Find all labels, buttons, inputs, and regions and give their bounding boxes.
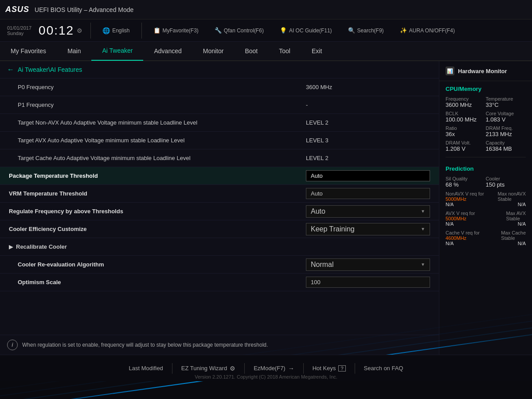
ai-oc-label: AI OC Guide(F11) [289,27,332,34]
setting-row-reg-freq[interactable]: Regulate Frequency by above Thresholds A… [0,203,439,220]
myfavorite-button[interactable]: 📋 MyFavorite(F3) [149,25,203,35]
bclk-cell: BCLK 100.00 MHz [446,110,486,124]
nav-item-monitor[interactable]: Monitor [192,41,235,61]
max-cache-label: Max Cache [501,230,526,235]
setting-row-recalibrate[interactable]: ▶ Recalibrate Cooler [0,238,439,256]
cache-values-row: N/A N/A [439,241,532,248]
nav-label-boot: Boot [245,47,258,55]
dram-volt-value: 1.208 V [446,145,486,152]
ratio-value: 36x [446,131,486,137]
nav-item-exit[interactable]: Exit [301,41,332,61]
avx-label: Target AVX Auto Adaptive Voltage minimum… [18,137,306,144]
non-avx-value: LEVEL 2 [306,119,430,126]
ez-mode-icon: → [288,365,294,372]
cooler-reeval-dropdown[interactable]: Normal ▼ [306,258,430,271]
back-arrow-icon[interactable]: ← [7,66,14,74]
cpu-memory-title: CPU/Memory [439,81,532,95]
search-faq-label: Search on FAQ [364,365,403,372]
max-non-avx-cell: Max nonAVX Stable [498,191,526,202]
ez-tuning-label: EZ Tuning Wizard [181,365,227,372]
setting-row-p1-freq[interactable]: P1 Frequency - [0,96,439,114]
nav-item-aitweaker[interactable]: Ai Tweaker [91,41,143,61]
p1-freq-value: - [306,102,430,108]
vrm-temp-value[interactable]: Auto [306,188,430,199]
setting-row-vrm-temp[interactable]: VRM Temperature Threshold Auto [0,185,439,203]
optimism-value[interactable]: 100 [306,277,430,288]
vrm-temp-label: VRM Temperature Threshold [9,190,306,197]
setting-row-p0-freq[interactable]: P0 Frequency 3600 MHz [0,78,439,96]
footer: Last Modified EZ Tuning Wizard ⚙ EzMode(… [0,355,532,381]
max-non-avx-label: Max nonAVX [498,191,526,196]
cooler-pts-cell: Cooler 150 pts [486,175,526,189]
cache-req-label: Cache V req for [446,230,480,235]
qfan-label: Qfan Control(F6) [224,27,264,34]
frequency-label: Frequency [446,96,486,102]
time-value: 00:12 [39,23,74,38]
dram-volt-cell: DRAM Volt. 1.208 V [446,139,486,153]
nav-item-advanced[interactable]: Advanced [143,41,192,61]
nav-item-tool[interactable]: Tool [268,41,301,61]
nav-label-exit: Exit [312,47,322,55]
non-avx-row: NonAVX V req for 5000MHz Max nonAVX Stab… [439,189,532,202]
max-cache-value: N/A [518,241,526,246]
language-button[interactable]: 🌐 English [98,25,134,36]
fan-icon: 🔧 [215,27,222,34]
myfavorite-label: MyFavorite(F3) [163,27,199,34]
date-display: 01/01/2017 [7,25,31,31]
setting-row-cache[interactable]: Target Cache Auto Adaptive Voltage minim… [0,149,439,167]
ratio-cell: Ratio 36x [446,124,486,139]
dropdown-arrow-2-icon: ▼ [421,227,425,231]
breadcrumb: ← Ai Tweaker\AI Features [0,61,439,78]
non-avx-req-cell: NonAVX V req for 5000MHz [446,191,484,202]
nav-label-monitor: Monitor [203,47,224,55]
hw-divider-1 [446,157,526,157]
search-button[interactable]: 🔍 Search(F9) [344,25,388,35]
reg-freq-dropdown[interactable]: Auto ▼ [306,205,430,218]
datetime-bar: 01/01/2017 Sunday 00:12 ⚙ 🌐 English 📋 My… [0,20,532,42]
setting-row-cooler-eff[interactable]: Cooler Efficiency Customize Keep Trainin… [0,220,439,238]
p1-freq-label: P1 Frequency [18,102,306,108]
max-cache-cell: Max Cache Stable [501,230,526,241]
settings-icon[interactable]: ⚙ [77,27,83,34]
cooler-pts-label: Cooler [486,176,526,181]
p0-freq-value: 3600 MHz [306,84,430,90]
prediction-title: Prediction [439,161,532,175]
day-display: Sunday [7,31,31,36]
cache-row: Cache V req for 4600MHz Max Cache Stable [439,228,532,241]
setting-row-optimism[interactable]: Optimism Scale 100 [0,274,439,291]
sil-quality-label: Sil Quality [446,176,486,181]
nav-item-myfavorites[interactable]: My Favorites [0,41,57,61]
version-text: Version 2.20.1271. Copyright (C) 2018 Am… [195,374,337,379]
temperature-label: Temperature [486,96,526,102]
frequency-cell: Frequency 3600 MHz [446,95,486,110]
max-avx-label: Max AVX [506,211,526,216]
search-faq-button[interactable]: Search on FAQ [355,360,412,377]
setting-row-avx[interactable]: Target AVX Auto Adaptive Voltage minimum… [0,132,439,149]
cooler-eff-dropdown[interactable]: Keep Training ▼ [306,223,430,235]
nav-item-boot[interactable]: Boot [234,41,268,61]
capacity-label: Capacity [486,140,526,145]
setting-row-cooler-reeval[interactable]: Cooler Re-evaluation Algorithm Normal ▼ [0,256,439,274]
dram-freq-cell: DRAM Freq. 2133 MHz [486,124,526,139]
setting-row-non-avx[interactable]: Target Non-AVX Auto Adaptive Voltage min… [0,114,439,132]
clock-display: 00:12 ⚙ [39,23,83,38]
avx-value: LEVEL 3 [306,137,430,144]
aura-button[interactable]: ✨ AURA ON/OFF(F4) [395,25,459,35]
max-non-avx-value: N/A [518,202,526,207]
nav-label-aitweaker: Ai Tweaker [102,47,133,54]
ai-oc-button[interactable]: 💡 AI OC Guide(F11) [275,25,336,35]
capacity-value: 16384 MB [486,145,526,152]
pkg-temp-value[interactable]: Auto [306,170,430,181]
max-avx-cell: Max AVX Stable [506,211,526,221]
last-modified-label: Last Modified [129,365,163,372]
qfan-button[interactable]: 🔧 Qfan Control(F6) [210,25,268,35]
nav-item-main[interactable]: Main [57,41,91,61]
avx-row: AVX V req for 5000MHz Max AVX Stable [439,209,532,221]
dram-volt-label: DRAM Volt. [446,140,486,145]
non-avx-values-row: N/A N/A [439,202,532,209]
setting-row-pkg-temp[interactable]: Package Temperature Threshold Auto [0,167,439,185]
max-cache-sub: Stable [501,235,526,241]
avx-values-row: N/A N/A [439,221,532,228]
sil-quality-cell: Sil Quality 68 % [446,175,486,189]
last-modified-button[interactable]: Last Modified [120,360,172,377]
